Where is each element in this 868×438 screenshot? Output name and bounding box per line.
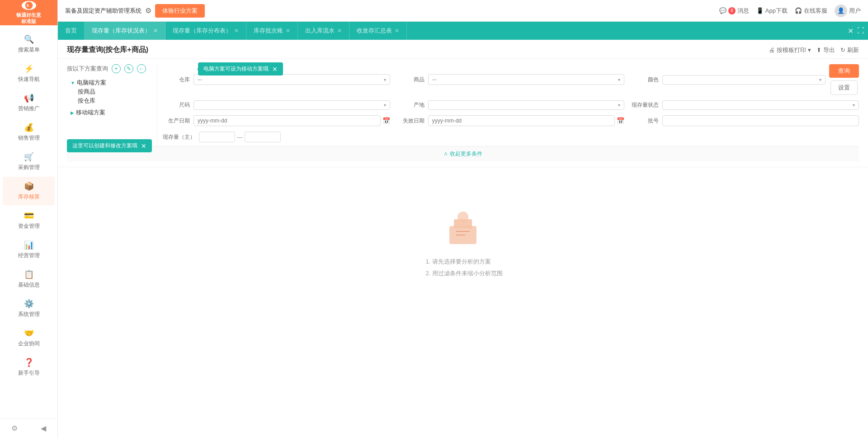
sidebar-item-system[interactable]: ⚙️ 系统管理 xyxy=(3,294,55,323)
sidebar-item-operations[interactable]: 📊 经营管理 xyxy=(3,235,55,264)
print-button[interactable]: 🖨 按模板打印 ▾ xyxy=(769,46,811,54)
empty-hints: 请先选择要分析的方案 用过滤条件来缩小分析范围 xyxy=(423,256,503,279)
tab-home-label: 首页 xyxy=(65,27,77,35)
tab-collect-summary[interactable]: 收发存汇总表 ✕ xyxy=(349,22,407,40)
stock-qty-max-input[interactable] xyxy=(245,132,281,142)
sidebar-item-label: 经营管理 xyxy=(18,252,40,259)
notification-label: 消息 xyxy=(737,7,749,15)
export-button[interactable]: ⬆ 导出 xyxy=(816,46,835,54)
origin-select[interactable]: ▾ xyxy=(428,100,625,110)
tab-inout-flow[interactable]: 出入库流水 ✕ xyxy=(298,22,349,40)
filter-row-size: 尺码 ▾ xyxy=(163,100,390,110)
filter-label: 按以下方案查询 xyxy=(67,65,108,73)
stock-qty-min-input[interactable] xyxy=(199,132,235,142)
sidebar-item-sales[interactable]: 💰 销售管理 xyxy=(3,118,55,146)
sidebar-item-purchase[interactable]: 🛒 采购管理 xyxy=(3,147,55,176)
calendar-icon[interactable]: 📅 xyxy=(382,117,390,124)
exp-date-input[interactable] xyxy=(428,115,615,126)
tab-inventory-status[interactable]: 现存量（库存状况表） ✕ xyxy=(85,22,165,40)
tree-item-by-warehouse[interactable]: 按仓库 xyxy=(78,97,151,105)
tab-batch-account[interactable]: 库存批次账 ✕ xyxy=(246,22,298,40)
sidebar-item-label: 新手引导 xyxy=(18,369,40,377)
range-separator: — xyxy=(237,134,243,141)
tab-close-icon[interactable]: ✕ xyxy=(395,28,399,34)
app-name: 畅通好生意 标准版 xyxy=(16,12,41,25)
sidebar-nav: 🔍 搜索菜单 ⚡ 快速导航 📢 营销推广 💰 销售管理 🛒 采购管理 📦 库存核… xyxy=(0,25,57,418)
query-button[interactable]: 查询 xyxy=(829,64,859,78)
tree-item-by-goods[interactable]: 按商品 xyxy=(78,88,151,96)
scheme-tooltip-text: 电脑方案可设为移动方案哦 xyxy=(203,65,269,73)
search-icon: 🔍 xyxy=(24,34,34,44)
filter-row-stock-status: 现存量状态 ▾ xyxy=(632,100,859,110)
tab-close-icon[interactable]: ✕ xyxy=(286,28,290,34)
tab-inventory-dist-label: 现存量（库存分布表） xyxy=(173,27,231,35)
print-label: 按模板打印 xyxy=(777,46,806,54)
chevron-down-icon: ▾ xyxy=(384,103,386,108)
size-select[interactable]: ▾ xyxy=(193,100,390,110)
sidebar-item-basic[interactable]: 📋 基础信息 xyxy=(3,265,55,293)
mfg-date-label: 生产日期 xyxy=(163,117,190,125)
filter-row-batch: 批号 xyxy=(632,115,859,126)
refresh-icon: ↻ xyxy=(840,47,845,53)
user-avatar-area[interactable]: 👤 用户 xyxy=(835,5,861,17)
svg-point-4 xyxy=(458,212,468,222)
reset-button[interactable]: 设置 xyxy=(830,80,858,95)
sidebar-item-search[interactable]: 🔍 搜索菜单 xyxy=(3,30,55,58)
headset-icon: 🎧 xyxy=(795,7,802,14)
scheme-tooltip-close[interactable]: ✕ xyxy=(272,66,278,73)
batch-input[interactable] xyxy=(662,115,859,126)
sidebar-item-marketing[interactable]: 📢 营销推广 xyxy=(3,89,55,117)
content-area: 现存量查询(按仓库+商品) 🖨 按模板打印 ▾ ⬆ 导出 ↻ 刷新 xyxy=(58,40,868,438)
tab-close-icon[interactable]: ✕ xyxy=(153,28,158,34)
tab-close-icon[interactable]: ✕ xyxy=(234,28,239,34)
warehouse-select[interactable]: ··· ▾ xyxy=(193,74,390,85)
notification-bell[interactable]: 💬 8 消息 xyxy=(719,7,749,15)
tree-mobile-group[interactable]: ▶ 移动端方案 xyxy=(71,108,151,117)
calendar-icon[interactable]: 📅 xyxy=(617,117,624,124)
mfg-date-input[interactable] xyxy=(193,115,381,126)
tab-home[interactable]: 首页 xyxy=(58,22,85,40)
box-icon: 📦 xyxy=(24,181,34,191)
add-scheme-button[interactable]: + xyxy=(112,64,121,73)
stock-status-select[interactable]: ▾ xyxy=(662,100,859,110)
collapse-sidebar-icon[interactable]: ◀ xyxy=(41,424,46,433)
arrow-left-button[interactable]: ← xyxy=(137,64,146,73)
sidebar-item-guide[interactable]: ❓ 新手引导 xyxy=(3,353,55,381)
edit-scheme-button[interactable]: ✎ xyxy=(124,64,133,73)
chevron-down-icon: ▾ xyxy=(618,103,620,108)
tab-collect-summary-label: 收发存汇总表 xyxy=(357,27,392,35)
color-select[interactable]: ▾ xyxy=(662,75,826,85)
export-icon: ⬆ xyxy=(816,47,821,53)
refresh-button[interactable]: ↻ 刷新 xyxy=(840,46,859,54)
batch-label: 批号 xyxy=(632,117,659,125)
avatar-icon: 👤 xyxy=(837,7,844,14)
sidebar-item-finance[interactable]: 💳 资金管理 xyxy=(3,206,55,235)
app-download-btn[interactable]: 📱 App下载 xyxy=(756,7,788,15)
tree-desktop-group[interactable]: ▼ 电脑端方案 xyxy=(71,79,151,87)
sidebar-item-quick-nav[interactable]: ⚡ 快速导航 xyxy=(3,59,55,88)
tab-fullscreen-icon[interactable]: ⛶ xyxy=(857,27,864,35)
sidebar-item-inventory[interactable]: 📦 库存核算 xyxy=(3,177,55,205)
stock-status-label: 现存量状态 xyxy=(632,101,659,109)
edit-tooltip-close[interactable]: ✕ xyxy=(141,142,146,150)
topbar-settings-icon[interactable]: ⚙ xyxy=(145,6,151,15)
settings-icon[interactable]: ⚙ xyxy=(11,424,18,433)
industry-solution-button[interactable]: 体验行业方案 xyxy=(155,4,205,18)
online-support-btn[interactable]: 🎧 在线客服 xyxy=(795,7,827,15)
collapse-arrow-icon: ∧ xyxy=(443,151,448,157)
filter-row-color: 颜色 ▾ 查询 设置 xyxy=(632,64,859,95)
tab-close-all-icon[interactable]: ✕ xyxy=(848,27,854,35)
tab-close-icon[interactable]: ✕ xyxy=(337,28,342,34)
filter-row-goods: 商品 ··· ▾ xyxy=(397,64,625,95)
sidebar-item-enterprise[interactable]: 🤝 企业协同 xyxy=(3,324,55,352)
query-btn-area: 查询 设置 xyxy=(829,64,859,95)
filter-layout: 按以下方案查询 + ✎ ← ▼ 电脑端方案 按商品 xyxy=(67,64,859,146)
goods-select[interactable]: ··· ▾ xyxy=(428,74,625,85)
tabbar: 首页 现存量（库存状况表） ✕ 现存量（库存分布表） ✕ 库存批次账 ✕ 出入库… xyxy=(58,22,868,40)
goods-dots: ··· xyxy=(432,76,437,83)
collapse-bar[interactable]: ∧ 收起更多条件 xyxy=(67,146,859,161)
page-actions: 🖨 按模板打印 ▾ ⬆ 导出 ↻ 刷新 xyxy=(769,46,859,54)
filter-row-exp-date: 失效日期 📅 xyxy=(397,115,625,126)
tab-inventory-dist[interactable]: 现存量（库存分布表） ✕ xyxy=(165,22,246,40)
stock-qty-label: 现存量（主） xyxy=(163,133,195,141)
